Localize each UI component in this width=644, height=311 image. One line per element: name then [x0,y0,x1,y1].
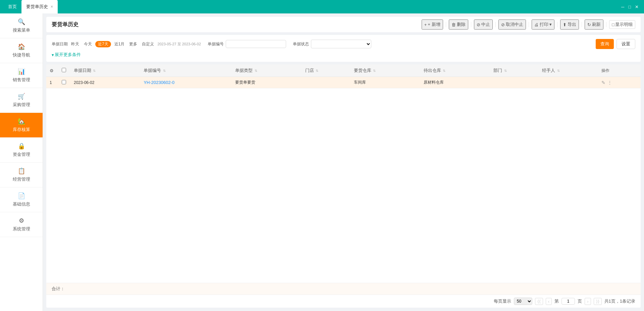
page-input-suffix: 页 [578,298,582,304]
filter-group-order-no: 单据编号 [208,40,286,48]
delete-button[interactable]: 🗑 删除 [449,19,468,30]
divider-2 [471,22,471,27]
cell-date: 2023-06-02 [70,77,140,88]
ops-mgmt-icon: 📋 [18,167,25,175]
order-no-link[interactable]: YH-20230602-0 [144,80,174,85]
date-option-1month[interactable]: 近1月 [113,41,126,47]
close-window-icon[interactable]: ✕ [635,4,639,9]
sidebar-item-finance-mgmt[interactable]: 🔒 资金管理 [0,138,43,163]
tab-home[interactable]: 首页 [3,0,21,13]
select-all-checkbox[interactable] [62,68,66,72]
settings-button[interactable]: 设置 [616,39,635,49]
sidebar-item-quick-nav[interactable]: 🏠 快捷导航 [0,38,43,63]
finance-mgmt-icon: 🔒 [18,142,25,150]
sort-req-warehouse-icon[interactable]: ⇅ [373,69,376,73]
sum-label: 合计： [52,286,65,291]
cell-department [490,77,539,88]
sidebar-item-ops-mgmt[interactable]: 📋 经营管理 [0,163,43,187]
date-filter-label: 单据日期 [52,41,68,47]
date-option-yesterday[interactable]: 昨天 [70,41,80,47]
display-cell-button[interactable]: □ 显示明细 [609,20,635,29]
table-body: 1 2023-06-02 YH-20230602-0 要货单要货 车间库 [46,77,641,88]
data-table: ⚙ 单据日期 ⇅ 单据编号 ⇅ [46,64,641,88]
maximize-icon[interactable]: □ [628,4,631,9]
date-range-display: 2023-05-27 至 2023-06-02 [157,42,201,47]
next-page-button[interactable]: › [585,298,591,305]
col-type: 单据类型 ⇅ [232,64,302,77]
col-store: 门店 ⇅ [302,64,351,77]
sidebar-item-search-menu[interactable]: 🔍 搜索菜单 [0,13,43,38]
date-option-today[interactable]: 今天 [83,41,93,47]
column-settings-icon[interactable]: ⚙ [50,68,54,73]
print-button[interactable]: 🖨 打印 ▾ [532,19,555,30]
date-option-more[interactable]: 更多 [128,41,139,47]
row-checkbox[interactable] [62,80,66,84]
prev-page-button[interactable]: ‹ [546,298,552,305]
sort-handler-icon[interactable]: ⇅ [557,69,560,73]
export-button[interactable]: ⬆ 导出 [560,19,579,30]
search-button[interactable]: 查询 [596,39,614,49]
page-size-label: 每页显示 [494,298,511,304]
total-info: 共1页，1条记录 [604,298,635,304]
window-controls: ─ □ ✕ [621,4,644,9]
sidebar-item-base-info[interactable]: 📄 基础信息 [0,187,43,212]
sidebar-item-purchase-mgmt[interactable]: 🛒 采购管理 [0,88,43,113]
date-option-custom[interactable]: 自定义 [141,41,155,47]
sum-bar: 合计： [46,283,641,295]
sort-order-no-icon[interactable]: ⇅ [163,69,166,73]
expand-filter-button[interactable]: ▾ 展开更多条件 [52,52,81,58]
status-select[interactable] [311,40,371,48]
order-no-label: 单据编号 [208,41,224,47]
sort-date-icon[interactable]: ⇅ [93,69,96,73]
system-mgmt-icon: ⚙ [19,217,24,224]
filter-row-1: 单据日期 昨天 今天 近7天 近1月 更多 自定义 2023-05-27 至 2… [52,39,635,49]
refresh-button[interactable]: ↻ 刷新 [585,19,603,30]
cell-index: 1 [46,77,58,88]
close-tab-icon[interactable]: × [51,4,53,9]
edit-icon[interactable]: ✎ [601,80,605,85]
filter-group-date: 单据日期 昨天 今天 近7天 近1月 更多 自定义 2023-05-27 至 2… [52,41,201,47]
display-cell-icon: □ [612,22,614,27]
toolbar: + + 新增 🗑 删除 ⊘ 中止 ⊘ 取消中止 [422,19,635,30]
sort-pending-warehouse-icon[interactable]: ⇅ [443,69,445,73]
page-size-select[interactable]: 50 10 20 100 [514,298,532,305]
inventory-check-icon: 🏡 [18,118,25,125]
sort-department-icon[interactable]: ⇅ [504,69,507,73]
divider-3 [495,22,496,27]
refresh-icon: ↻ [587,22,591,27]
stop-icon: ⊘ [477,22,480,27]
new-icon: + [424,22,427,27]
status-label: 单据状态 [293,41,309,47]
col-settings: ⚙ [46,64,58,77]
page-number-input[interactable] [561,298,575,305]
sort-type-icon[interactable]: ⇅ [255,69,257,73]
col-checkbox [58,64,70,77]
cancel-stop-button[interactable]: ⊘ 取消中止 [498,19,526,30]
delete-icon: 🗑 [451,22,456,27]
action-icons: ✎ ⋮ [601,80,637,85]
last-page-button[interactable]: ⟩⟩ [594,298,602,305]
divider-7 [606,22,606,27]
order-no-input[interactable] [226,40,286,48]
main-layout: 🔍 搜索菜单 🏠 快捷导航 📊 销售管理 🛒 采购管理 🏡 库存核算 🔒 资金管… [0,13,644,311]
first-page-button[interactable]: ⟨⟨ [535,298,543,305]
cell-store [302,77,351,88]
sidebar: 🔍 搜索菜单 🏠 快捷导航 📊 销售管理 🛒 采购管理 🏡 库存核算 🔒 资金管… [0,13,43,311]
export-icon: ⬆ [563,22,567,27]
sort-store-icon[interactable]: ⇅ [316,69,318,73]
divider-1 [446,22,446,27]
stop-button[interactable]: ⊘ 中止 [474,19,493,30]
chevron-down-icon: ▾ [52,52,54,57]
date-option-7days[interactable]: 近7天 [95,41,111,47]
tab-requisition-history[interactable]: 要货单历史 × [21,0,58,13]
table-wrapper: ⚙ 单据日期 ⇅ 单据编号 ⇅ [46,64,641,283]
filter-group-status: 单据状态 [293,40,371,48]
sidebar-item-system-mgmt[interactable]: ⚙ 系统管理 [0,212,43,237]
col-actions: 操作 [598,64,641,77]
sidebar-item-inventory-check[interactable]: 🏡 库存核算 [0,113,43,138]
sales-mgmt-icon: 📊 [18,68,25,75]
more-icon[interactable]: ⋮ [607,80,612,85]
new-button[interactable]: + + 新增 [422,19,443,30]
minimize-icon[interactable]: ─ [621,4,624,9]
sidebar-item-sales-mgmt[interactable]: 📊 销售管理 [0,63,43,88]
